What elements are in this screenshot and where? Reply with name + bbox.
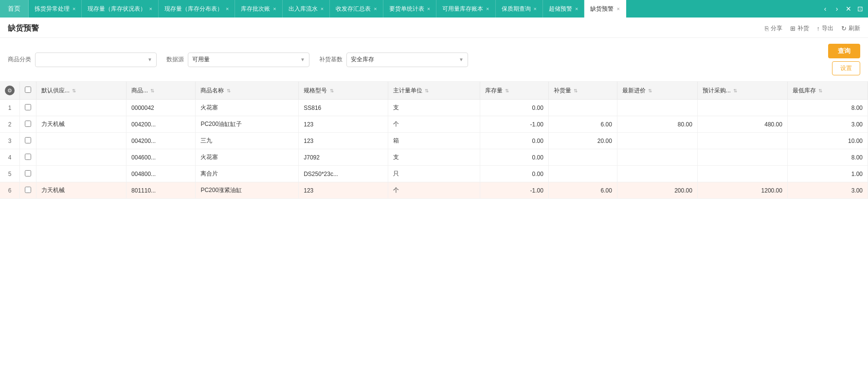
replenish-button[interactable]: ⊞ 补货 [790,24,809,33]
row-num-3: 3 [0,133,20,149]
tab-close-overstock[interactable]: × [575,6,578,12]
row-estimated-purchase-6: 1200.00 [697,182,787,199]
row-replenish-qty-5 [548,166,617,182]
datasource-select[interactable]: 可用量 ▼ [188,53,309,67]
col-default-supplier[interactable]: 默认供应... ⇅ [36,82,127,100]
row-unit-6: 个 [388,182,480,199]
col-spec-label: 规格型号 [304,87,327,94]
page-header: 缺货预警 ⎘ 分享 ⊞ 补货 ↑ 导出 ↻ 刷新 [0,18,868,38]
tab-nav-next[interactable]: › [831,3,843,15]
header-actions: ⎘ 分享 ⊞ 补货 ↑ 导出 ↻ 刷新 [765,24,861,33]
row-name-1: 火花塞 [196,100,299,116]
col-unit[interactable]: 主计量单位 ⇅ [388,82,480,100]
row-name-3: 三九 [196,133,299,149]
col-settings[interactable]: ⚙ [0,82,20,100]
category-select[interactable]: ▼ [35,53,157,67]
tab-overstock[interactable]: 超储预警 × [543,0,584,18]
tab-nav-prev[interactable]: ‹ [819,3,831,15]
col-spec[interactable]: 规格型号 ⇅ [299,82,388,100]
row-unit-2: 个 [388,116,480,133]
row-checkbox-4[interactable] [20,149,36,166]
replenish-base-value: 安全库存 [351,55,374,64]
tab-abnormal[interactable]: 拣货异常处理 × [29,0,82,18]
row-supplier-6: 力天机械 [36,182,127,199]
row-supplier-1 [36,100,127,116]
tab-close-available-ledger[interactable]: × [486,6,489,12]
settings-button[interactable]: 设置 [832,61,860,75]
col-estimated-purchase-sort-icon: ⇅ [733,88,737,93]
table-header-row: ⚙ 默认供应... ⇅ 商品... ⇅ 商品名称 ⇅ [0,82,868,100]
replenish-base-select[interactable]: 安全库存 ▼ [346,53,468,67]
tab-order-stats[interactable]: 要货单统计表 × [383,0,436,18]
col-estimated-purchase[interactable]: 预计采购... ⇅ [697,82,787,100]
tab-close-collect-summary[interactable]: × [374,6,377,12]
row-checkbox-3[interactable] [20,133,36,149]
tab-batch-account[interactable]: 库存批次账 × [235,0,282,18]
row-supplier-4 [36,149,127,166]
row-unit-3: 箱 [388,133,480,149]
row-checkbox-1[interactable] [20,100,36,116]
row-checkbox-2[interactable] [20,116,36,133]
filter-buttons: 查询 设置 [828,44,860,75]
col-stock-qty[interactable]: 库存量 ⇅ [480,82,549,100]
row-checkbox-5[interactable] [20,166,36,182]
tab-shortage[interactable]: 缺货预警 × [584,0,626,18]
col-stock-qty-sort-icon: ⇅ [505,88,509,93]
row-replenish-qty-4 [548,149,617,166]
share-button[interactable]: ⎘ 分享 [765,24,782,33]
row-min-stock-6: 3.00 [787,182,868,199]
col-min-stock[interactable]: 最低库存 ⇅ [787,82,868,100]
tab-close-abnormal[interactable]: × [72,6,75,12]
tab-expiry-query[interactable]: 保质期查询 × [496,0,543,18]
tab-home[interactable]: 首页 [0,0,29,18]
tab-close-all[interactable]: ✕ [843,3,854,15]
row-code-2: 004200... [127,116,196,133]
row-supplier-5 [36,166,127,182]
select-all-checkbox[interactable] [25,87,31,93]
tab-close-expiry-query[interactable]: × [534,6,537,12]
table-body: 1 0000042 火花塞 SS816 支 0.00 8.00 2 力天机械 0… [0,100,868,199]
row-num-2: 2 [0,116,20,133]
row-num-4: 4 [0,149,20,166]
tab-close-batch-account[interactable]: × [273,6,276,12]
row-spec-1: SS816 [299,100,388,116]
col-product-code-label: 商品... [131,87,148,94]
row-stock-qty-6: -1.00 [480,182,549,199]
filter-replenish-base-group: 补货基数 安全库存 ▼ [319,53,468,67]
settings-gear-icon[interactable]: ⚙ [5,86,15,95]
tab-close-inout-flow[interactable]: × [321,6,324,12]
tab-inventory-status[interactable]: 现存量（库存状况表） × [82,0,158,18]
filter-datasource-group: 数据源 可用量 ▼ [166,53,309,67]
row-stock-qty-1: 0.00 [480,100,549,116]
tab-collect-summary[interactable]: 收发存汇总表 × [330,0,383,18]
tab-expand[interactable]: ⊡ [854,3,866,15]
tab-inventory-dist[interactable]: 现存量（库存分布表） × [159,0,235,18]
col-product-code[interactable]: 商品... ⇅ [127,82,196,100]
tab-available-ledger[interactable]: 可用量库存账本 × [436,0,495,18]
query-button[interactable]: 查询 [828,44,860,58]
col-product-name[interactable]: 商品名称 ⇅ [196,82,299,100]
row-code-1: 0000042 [127,100,196,116]
tab-close-shortage[interactable]: × [616,6,619,12]
tab-close-inventory-dist[interactable]: × [226,6,229,12]
tab-inout-flow[interactable]: 出入库流水 × [283,0,330,18]
row-estimated-purchase-5 [697,166,787,182]
col-product-name-label: 商品名称 [200,87,224,94]
refresh-button[interactable]: ↻ 刷新 [841,24,860,33]
row-checkbox-6[interactable] [20,182,36,199]
col-min-stock-sort-icon: ⇅ [818,88,822,93]
row-estimated-purchase-2: 480.00 [697,116,787,133]
col-spec-sort-icon: ⇅ [330,88,334,93]
table-row: 2 力天机械 004200... PC200油缸缸子 123 个 -1.00 6… [0,116,868,133]
share-icon: ⎘ [765,25,769,32]
export-button[interactable]: ↑ 导出 [817,24,834,33]
row-min-stock-1: 8.00 [787,100,868,116]
col-latest-price[interactable]: 最新进价 ⇅ [617,82,697,100]
tab-close-inventory-status[interactable]: × [149,6,152,12]
col-replenish-qty[interactable]: 补货量 ⇅ [548,82,617,100]
category-label: 商品分类 [8,55,31,64]
tab-close-order-stats[interactable]: × [427,6,430,12]
row-min-stock-2: 3.00 [787,116,868,133]
category-arrow-icon: ▼ [147,57,152,62]
col-checkbox[interactable] [20,82,36,100]
